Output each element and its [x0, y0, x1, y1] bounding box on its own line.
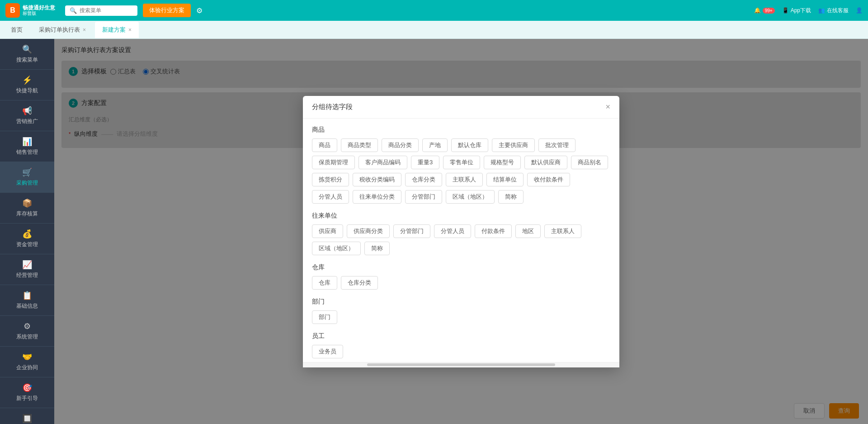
field-tag[interactable]: 区域（地区）: [446, 190, 495, 204]
field-tag[interactable]: 重量3: [411, 156, 439, 169]
field-tag[interactable]: 产地: [422, 138, 448, 152]
user-avatar[interactable]: 👤: [856, 7, 863, 14]
field-tag[interactable]: 区域（地区）: [312, 242, 361, 255]
system-icon: ⚙: [24, 321, 31, 331]
field-tag[interactable]: 收付款条件: [527, 173, 570, 186]
download-icon: 📱: [782, 7, 789, 14]
modal-horizontal-scrollbar[interactable]: [303, 362, 619, 367]
guide-icon: 🎯: [22, 383, 32, 393]
sales-icon: 📊: [22, 137, 32, 147]
field-tag[interactable]: 结算单位: [486, 173, 524, 186]
sidebar-item-search[interactable]: 🔍 搜索菜单: [0, 39, 54, 70]
field-tag[interactable]: 部门: [312, 310, 337, 324]
field-tag[interactable]: 商品: [312, 138, 337, 152]
field-tag[interactable]: 商品分类: [382, 138, 419, 152]
field-tag[interactable]: 默认供应商: [524, 156, 567, 169]
field-tag[interactable]: 简称: [364, 242, 390, 255]
field-tag[interactable]: 商品别名: [571, 156, 608, 169]
field-tag[interactable]: 分管人员: [312, 190, 349, 204]
sidebar-item-purchase[interactable]: 🛒 采购管理: [0, 162, 54, 193]
counterpart-fields-grid: 供应商 供应商分类 分管部门 分管人员 付款条件 地区 主联系人 区域（地区） …: [312, 224, 610, 255]
field-tag[interactable]: 仓库: [312, 276, 337, 290]
user-icon: 👤: [856, 7, 863, 14]
sidebar-item-inventory[interactable]: 📦 库存核算: [0, 193, 54, 224]
field-tag[interactable]: 供应商分类: [347, 224, 390, 238]
inventory-icon: 📦: [22, 198, 32, 208]
field-tag[interactable]: 规格型号: [484, 156, 521, 169]
field-tag[interactable]: 主要供应商: [492, 138, 535, 152]
sidebar-label-system: 系统管理: [16, 333, 38, 341]
sidebar-label-search: 搜索菜单: [16, 56, 38, 64]
group-title-product: 商品: [312, 126, 610, 134]
marketing-icon: 📢: [22, 106, 32, 116]
header-actions: 🔔 99+ 📱 App下载 👥 在线客服 👤: [754, 7, 863, 14]
sidebar-item-basic-info[interactable]: 📋 基础信息: [0, 285, 54, 316]
basic-info-icon: 📋: [22, 291, 32, 300]
hscroll-thumb: [367, 363, 555, 366]
field-tag[interactable]: 税收分类编码: [353, 173, 401, 186]
field-group-warehouse: 仓库 仓库 仓库分类: [312, 263, 610, 290]
exp-btn[interactable]: 体验行业方案: [143, 4, 191, 17]
header-search-box[interactable]: 🔍: [65, 5, 137, 16]
field-tag[interactable]: 付款条件: [475, 224, 512, 238]
field-tag[interactable]: 拣货积分: [312, 173, 349, 186]
tab-new-scheme-close[interactable]: ×: [128, 27, 132, 33]
field-tag[interactable]: 往来单位分类: [353, 190, 401, 204]
main-layout: 🔍 搜索菜单 ⚡ 快捷导航 📢 营销推广 📊 销售管理 🛒 采购管理 📦 库存核…: [0, 39, 868, 424]
notification-item[interactable]: 🔔 99+: [754, 7, 775, 14]
field-tag[interactable]: 分管部门: [393, 224, 430, 238]
sidebar-item-quick-nav[interactable]: ⚡ 快捷导航: [0, 70, 54, 100]
field-tag[interactable]: 零售单位: [443, 156, 480, 169]
search-input[interactable]: [80, 7, 129, 14]
tab-new-scheme-label: 新建方案: [102, 26, 126, 34]
online-service-item[interactable]: 👥 在线客服: [818, 7, 849, 14]
tab-purchase-order[interactable]: 采购订单执行表 ×: [32, 22, 93, 38]
field-tag[interactable]: 分管部门: [405, 190, 442, 204]
tab-new-scheme[interactable]: 新建方案 ×: [95, 22, 139, 38]
field-tag[interactable]: 地区: [515, 224, 541, 238]
modal-body[interactable]: 商品 商品 商品类型 商品分类 产地 默认仓库 主要供应商 批次管理 保质期管理…: [303, 119, 619, 362]
sidebar-item-finance[interactable]: 💰 资金管理: [0, 224, 54, 254]
modal-header: 分组待选字段 ×: [303, 96, 619, 119]
field-tag[interactable]: 简称: [498, 190, 524, 204]
quick-nav-icon: ⚡: [22, 75, 32, 85]
sidebar-label-guide: 新手引导: [16, 395, 38, 402]
tab-home[interactable]: 首页: [4, 22, 30, 38]
field-tag[interactable]: 供应商: [312, 224, 343, 238]
search-icon: 🔍: [70, 7, 77, 14]
field-tag[interactable]: 商品类型: [341, 138, 378, 152]
field-tag[interactable]: 分管人员: [434, 224, 471, 238]
field-tag[interactable]: 默认仓库: [451, 138, 488, 152]
modal-overlay: 分组待选字段 × 商品 商品 商品类型 商品分类 产地 默认仓库 主要供应商: [54, 39, 868, 424]
enterprise-icon: 🤝: [22, 352, 32, 362]
field-tag[interactable]: 仓库分类: [405, 173, 442, 186]
settings-icon[interactable]: ⚙: [196, 6, 203, 15]
notification-icon: 🔔: [754, 7, 761, 14]
field-tag[interactable]: 仓库分类: [341, 276, 378, 290]
online-service-label: 在线客服: [827, 7, 849, 14]
field-tag[interactable]: 批次管理: [538, 138, 576, 152]
sidebar-item-app-center[interactable]: 🔲 应用中心: [0, 408, 54, 424]
modal-close-btn[interactable]: ×: [605, 102, 610, 112]
search-icon: 🔍: [22, 44, 32, 54]
employee-fields-grid: 业务员: [312, 345, 610, 358]
sidebar-item-guide[interactable]: 🎯 新手引导: [0, 377, 54, 408]
sidebar-label-marketing: 营销推广: [16, 118, 38, 125]
content-area: 采购订单执行表方案设置 1 选择模板 汇总表 交叉统计表: [54, 39, 868, 424]
sidebar-item-operations[interactable]: 📈 经营管理: [0, 254, 54, 285]
field-tag[interactable]: 主联系人: [544, 224, 581, 238]
department-fields-grid: 部门: [312, 310, 610, 324]
sidebar-label-operations: 经营管理: [16, 272, 38, 279]
field-tag[interactable]: 业务员: [312, 345, 343, 358]
group-title-warehouse: 仓库: [312, 263, 610, 272]
modal-title: 分组待选字段: [312, 103, 353, 111]
app-download-item[interactable]: 📱 App下载: [782, 7, 811, 14]
tab-purchase-close[interactable]: ×: [83, 27, 86, 33]
sidebar-item-system[interactable]: ⚙ 系统管理: [0, 316, 54, 347]
sidebar-item-enterprise[interactable]: 🤝 企业协同: [0, 347, 54, 377]
sidebar-item-marketing[interactable]: 📢 营销推广: [0, 100, 54, 131]
sidebar-item-sales[interactable]: 📊 销售管理: [0, 131, 54, 162]
field-tag[interactable]: 保质期管理: [312, 156, 355, 169]
field-tag[interactable]: 客户商品编码: [359, 156, 407, 169]
field-tag[interactable]: 主联系人: [446, 173, 483, 186]
